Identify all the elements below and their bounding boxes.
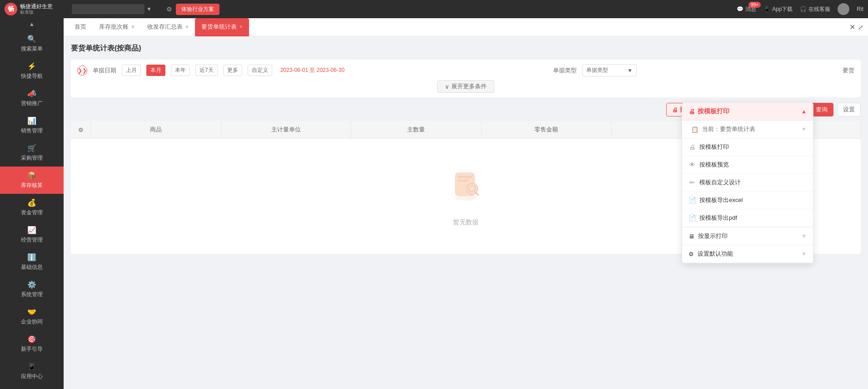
table-col-unit: 主计量单位	[221, 121, 352, 138]
gear-icon: ⚙	[78, 126, 84, 133]
dropdown-item-printer-icon: 🖨	[688, 143, 696, 151]
tab-order-stats[interactable]: 要货单统计表 ×	[195, 18, 249, 36]
dropdown-set-default[interactable]: ⚙ 设置默认功能 ▼	[682, 245, 813, 263]
sidebar-item-operations[interactable]: 📈 经营管理	[0, 221, 64, 248]
sales-icon: 📊	[27, 116, 36, 125]
svg-rect-3	[458, 180, 469, 182]
dropdown-template-icon: 📋	[691, 126, 698, 133]
sidebar-item-cooperation[interactable]: 🤝 企业协同	[0, 303, 64, 330]
doc-type-label: 单据类型	[553, 66, 577, 75]
dropdown-display-arrow: ▼	[801, 233, 807, 239]
dropdown-template-export-pdf[interactable]: 📄 按模板导出pdf	[682, 209, 813, 227]
sidebar-item-finance[interactable]: 💰 资金管理	[0, 194, 64, 221]
sidebar-item-marketing[interactable]: 📣 营销推广	[0, 85, 64, 112]
date-custom[interactable]: 自定义	[248, 65, 272, 76]
dropdown-item-pdf-icon: 📄	[688, 214, 696, 222]
dropdown-display-print[interactable]: 🖥 按显示打印 ▼	[682, 227, 813, 245]
tab-batch-account[interactable]: 库存批次账 ×	[93, 18, 141, 36]
dropdown-header: 🖨 按模板打印 ▲	[682, 103, 813, 121]
app-logo: 畅 畅捷通好生意 标准版	[5, 3, 68, 15]
empty-text: 暂无数据	[453, 218, 479, 227]
expand-more-icon: ∨	[445, 83, 449, 90]
tab-close-batch[interactable]: ×	[131, 24, 135, 30]
empty-icon	[448, 166, 484, 211]
tab-close-all-icon[interactable]: ✕	[849, 23, 855, 31]
table-col-quantity: 主数量	[351, 121, 482, 138]
system-icon: ⚙️	[27, 280, 36, 289]
dropdown-item-default-icon: ⚙	[688, 251, 694, 258]
table-col-amount: 零售金额	[482, 121, 612, 138]
avatar-image	[838, 3, 849, 15]
top-bar: 畅 畅捷通好生意 标准版 ▼ ⚙ 体验行业方案 💬 消息 99+ 📱 App下载…	[0, 0, 868, 18]
sidebar-item-basics[interactable]: ℹ️ 基础信息	[0, 248, 64, 276]
dropdown-template-export-excel[interactable]: 📄 按模板导出excel	[682, 192, 813, 209]
tab-close-receipt[interactable]: ×	[185, 24, 189, 30]
tab-close-order-stats[interactable]: ×	[239, 24, 243, 30]
filter-bar: ❯❯ 单据日期 上月 本月 本年 近7天 更多 自定义 2023-06-01 至…	[71, 60, 861, 97]
doc-type-select[interactable]: 单据类型 ▼	[582, 64, 637, 76]
user-name-label: Rit	[857, 6, 863, 12]
dropdown-current-template[interactable]: 📋 当前：要货单统计表 ▼	[682, 121, 813, 138]
dropdown-template-preview[interactable]: 👁 按模板预览	[682, 156, 813, 174]
filter-expand-button[interactable]: ❯❯	[77, 66, 87, 76]
user-avatar[interactable]	[838, 3, 849, 15]
filter-row: ❯❯ 单据日期 上月 本月 本年 近7天 更多 自定义 2023-06-01 至…	[77, 64, 854, 76]
date-range-display: 2023-06-01 至 2023-06-30	[278, 65, 347, 76]
date-this-month[interactable]: 本月	[146, 65, 165, 76]
dropdown-item-design-icon: ✏	[688, 179, 696, 186]
newbie-icon: 🎯	[27, 335, 36, 344]
marketing-icon: 📣	[27, 89, 36, 98]
finance-icon: 💰	[27, 198, 36, 207]
dropdown-current-arrow: ▼	[801, 126, 807, 132]
svg-rect-2	[458, 176, 472, 178]
top-bar-right: 💬 消息 99+ 📱 App下载 🎧 在线客服 Rit	[737, 3, 863, 15]
expand-more-row: ∨ 展开更多条件	[77, 80, 854, 93]
logo-text: 畅捷通好生意 标准版	[20, 3, 53, 15]
sidebar-item-wechat[interactable]: 💬 企业微信	[0, 385, 64, 389]
message-button[interactable]: 💬 消息 99+	[737, 5, 756, 13]
settings-icon[interactable]: ⚙	[166, 5, 172, 13]
message-icon: 💬	[737, 6, 743, 12]
dropdown-template-print[interactable]: 🖨 按模板打印	[682, 138, 813, 156]
tab-receipt-summary[interactable]: 收发存汇总表 ×	[141, 18, 195, 36]
content-area: 首页 库存批次账 × 收发存汇总表 × 要货单统计表 × ✕ ⤢ 要货单统计表(…	[64, 18, 868, 389]
expand-more-button[interactable]: ∨ 展开更多条件	[437, 80, 494, 93]
dropdown-template-design[interactable]: ✏ 模板自定义设计	[682, 174, 813, 192]
tab-expand-icon[interactable]: ⤢	[858, 24, 863, 31]
search-icon: 🔍	[27, 35, 36, 43]
date-more[interactable]: 更多	[223, 65, 242, 76]
date-last-7-days[interactable]: 近7天	[195, 65, 218, 76]
sidebar-item-system[interactable]: ⚙️ 系统管理	[0, 276, 64, 303]
basics-icon: ℹ️	[27, 253, 36, 262]
app-download-button[interactable]: 📱 App下载	[763, 5, 793, 13]
sidebar-item-newbie[interactable]: 🎯 新手引导	[0, 330, 64, 358]
sidebar-scroll-up[interactable]: ▲	[0, 18, 64, 30]
table-col-gear[interactable]: ⚙	[71, 121, 91, 138]
sidebar-item-inventory[interactable]: 📦 库存核算	[0, 167, 64, 194]
printer-icon: 🖨	[672, 106, 678, 113]
require-goods-label: 要货	[843, 66, 854, 75]
sidebar-item-sales[interactable]: 📊 销售管理	[0, 112, 64, 139]
dropdown-chevron-icon[interactable]: ▲	[801, 108, 807, 115]
page-content: 要货单统计表(按商品) ❯❯ 单据日期 上月 本月 本年 近7天 更多 自定义 …	[64, 36, 868, 389]
date-label: 单据日期	[93, 66, 116, 75]
date-this-year[interactable]: 本年	[171, 65, 190, 76]
sidebar-item-search[interactable]: 🔍 搜索菜单	[0, 30, 64, 57]
trial-button[interactable]: 体验行业方案	[176, 4, 219, 15]
top-search-input[interactable]	[72, 4, 145, 14]
app-download-icon: 📱	[763, 6, 770, 12]
page-title: 要货单统计表(按商品)	[71, 44, 861, 53]
sidebar-item-purchase[interactable]: 🛒 采购管理	[0, 139, 64, 167]
template-print-dropdown: 🖨 按模板打印 ▲ 📋 当前：要货单统计表 ▼ 🖨 按模板打印 👁 按模板	[682, 102, 813, 263]
operations-icon: 📈	[27, 226, 36, 234]
sidebar-item-quick-nav[interactable]: ⚡ 快捷导航	[0, 57, 64, 85]
top-search-area: ▼	[72, 4, 163, 14]
search-dropdown-icon[interactable]: ▼	[146, 6, 152, 12]
date-prev-month[interactable]: 上月	[122, 65, 141, 76]
quick-nav-icon: ⚡	[27, 62, 36, 71]
tab-home[interactable]: 首页	[68, 18, 93, 36]
online-service-button[interactable]: 🎧 在线客服	[800, 5, 830, 13]
settings-button[interactable]: 设置	[837, 103, 861, 116]
svg-line-6	[476, 192, 479, 195]
sidebar-item-app-center[interactable]: 📱 应用中心	[0, 358, 64, 385]
